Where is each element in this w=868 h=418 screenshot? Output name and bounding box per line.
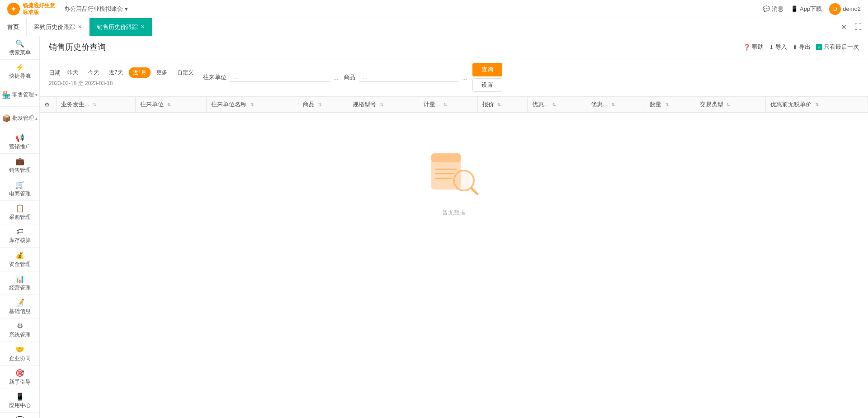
tab-sales-history[interactable]: 销售历史价跟踪 ✕	[90, 18, 152, 36]
sidebar-item-new-guide[interactable]: 🎯 新手引导	[0, 366, 39, 389]
th-discount1[interactable]: 优惠... ⇅	[528, 97, 586, 113]
app-download-btn[interactable]: 📱 App下载	[791, 5, 822, 13]
message-btn[interactable]: 💬 消息	[763, 5, 783, 13]
sidebar-item-purchase-mgmt[interactable]: 📋 采购管理	[0, 201, 39, 224]
th-pretax-price[interactable]: 优惠前无税单价 ⇅	[766, 97, 868, 113]
page-title: 销售历史价查询	[49, 42, 106, 52]
app-selector[interactable]: 办公用品行业模拟账套 ▾	[64, 5, 128, 13]
top-bar-left: ✦ 畅捷通好生意 标准版 办公用品行业模拟账套 ▾	[7, 2, 128, 15]
sort-arrows-quoted-price: ⇅	[497, 102, 501, 107]
svg-rect-1	[431, 153, 461, 162]
sidebar-item-operations-mgmt[interactable]: 📊 经营管理	[0, 271, 39, 295]
collab-icon: 🤝	[15, 345, 24, 354]
empty-state: 暂无数据	[40, 113, 868, 253]
th-quantity[interactable]: 数量 ⇅	[645, 97, 695, 113]
sidebar-item-basic-info[interactable]: 📝 基础信息	[0, 295, 39, 318]
tab-purchase-history[interactable]: 采购历史价跟踪 ✕	[27, 18, 90, 36]
sidebar-item-sales-mgmt[interactable]: 💼 销售管理	[0, 154, 39, 177]
user-menu[interactable]: D demo2	[829, 3, 861, 15]
sort-arrows-discount1: ⇅	[552, 102, 556, 107]
marketing-icon: 📢	[15, 133, 24, 142]
app-center-icon: 📱	[15, 392, 24, 401]
checkbox-checked-icon: ✓	[816, 44, 822, 50]
sort-arrows-pretax-price: ⇅	[815, 102, 819, 107]
th-settings: ⚙	[40, 97, 56, 113]
finance-icon: 💰	[15, 251, 24, 260]
sort-arrows-spec: ⇅	[380, 102, 383, 107]
sidebar-item-system-mgmt[interactable]: ⚙ 系统管理	[0, 318, 39, 342]
header-row: ⚙ 业务发生... ⇅ 往来单位 ⇅ 往来单位名称 ⇅	[40, 97, 868, 113]
export-btn[interactable]: ⬆ 导出	[793, 43, 811, 51]
goods-input[interactable]	[359, 73, 458, 82]
goods-label: 商品	[344, 73, 355, 81]
sidebar-item-wholesale-mgmt[interactable]: 📦 批发管理 ▴	[0, 107, 39, 130]
wholesale-icon: 📦	[2, 114, 11, 123]
th-partner-name[interactable]: 往来单位名称 ⇅	[206, 97, 298, 113]
settings-button[interactable]: 设置	[472, 78, 502, 92]
sidebar-item-guide-label: 新手引导	[9, 379, 31, 386]
filter-area: 日期 昨天 今天 近7天 近1月 更多 自定义 2023-02-18 至 202…	[40, 58, 868, 97]
date-btn-group: 昨天 今天 近7天 近1月 更多 自定义	[63, 67, 198, 78]
date-btn-more[interactable]: 更多	[152, 67, 171, 78]
sidebar-item-finance-mgmt[interactable]: 💰 资金管理	[0, 248, 39, 271]
th-unit[interactable]: 计量... ⇅	[419, 97, 477, 113]
partner-input[interactable]	[230, 73, 330, 82]
settings-icon[interactable]: ⚙	[44, 101, 50, 108]
avatar: D	[829, 3, 841, 15]
help-btn[interactable]: ❓ 帮助	[743, 43, 764, 51]
main-layout: 🔍 搜索菜单 ⚡ 快捷导航 🏪 零售管理 ▾ 📦 批发管理 ▴ 📢 营销推广 💼…	[0, 36, 868, 418]
sidebar-item-quick-nav[interactable]: ⚡ 快捷导航	[0, 60, 39, 83]
search-button[interactable]: 查询	[472, 63, 502, 76]
sidebar-item-ecommerce-mgmt[interactable]: 🛒 电商管理	[0, 177, 39, 201]
sidebar: 🔍 搜索菜单 ⚡ 快捷导航 🏪 零售管理 ▾ 📦 批发管理 ▴ 📢 营销推广 💼…	[0, 36, 40, 418]
sidebar-item-enterprise-wechat[interactable]: 💬 企业微信	[0, 413, 39, 418]
th-goods[interactable]: 商品 ⇅	[298, 97, 348, 113]
th-quoted-price[interactable]: 报价 ⇅	[477, 97, 528, 113]
th-trade-type[interactable]: 交易类型 ⇅	[695, 97, 766, 113]
th-partner-code[interactable]: 往来单位 ⇅	[136, 97, 207, 113]
quick-nav-icon: ⚡	[15, 63, 24, 71]
retail-icon: 🏪	[2, 90, 11, 99]
mobile-icon: 📱	[791, 5, 798, 12]
sort-arrows-partner-name: ⇅	[250, 102, 254, 107]
sidebar-item-marketing-promo[interactable]: 📢 营销推广	[0, 130, 39, 154]
empty-illustration	[427, 149, 481, 203]
inventory-icon: 🏷	[16, 228, 24, 236]
date-btn-yesterday[interactable]: 昨天	[63, 67, 82, 78]
sidebar-item-operations-label: 经营管理	[9, 285, 31, 292]
tab-home-label: 首页	[7, 23, 19, 31]
tab-sales-history-close[interactable]: ✕	[141, 24, 145, 30]
th-discount2[interactable]: 优惠... ⇅	[586, 97, 645, 113]
only-last-checkbox[interactable]: ✓ 只看最后一次	[816, 43, 859, 51]
sort-arrows-unit: ⇅	[443, 102, 447, 107]
date-btn-custom[interactable]: 自定义	[173, 67, 198, 78]
sidebar-item-collab-label: 企业协同	[9, 355, 31, 362]
help-icon: ❓	[743, 44, 750, 51]
close-tab-btn[interactable]: ✕	[837, 21, 850, 33]
operations-icon: 📊	[15, 275, 24, 283]
logo-icon: ✦	[7, 3, 20, 15]
sidebar-item-inventory[interactable]: 🏷 库存核算	[0, 224, 39, 248]
tab-bar-actions: ✕ ⛶	[837, 21, 868, 33]
tab-home[interactable]: 首页	[0, 18, 27, 36]
filter-buttons: 查询 设置	[472, 63, 502, 92]
maximize-btn[interactable]: ⛶	[852, 21, 864, 33]
th-spec[interactable]: 规格型号 ⇅	[348, 97, 419, 113]
sidebar-item-retail-mgmt[interactable]: 🏪 零售管理 ▾	[0, 83, 39, 107]
partner-label: 往来单位	[203, 73, 226, 81]
empty-text: 暂无数据	[442, 209, 466, 217]
partner-dots: ...	[333, 74, 338, 81]
sidebar-item-search-menu[interactable]: 🔍 搜索菜单	[0, 36, 39, 60]
wechat-icon: 💬	[15, 416, 24, 418]
date-btn-today[interactable]: 今天	[84, 67, 103, 78]
th-biz-date[interactable]: 业务发生... ⇅	[56, 97, 136, 113]
sidebar-item-basic-info-label: 基础信息	[9, 308, 31, 315]
date-btn-7days[interactable]: 近7天	[105, 67, 127, 78]
tab-purchase-history-close[interactable]: ✕	[78, 24, 82, 30]
partner-filter: 往来单位 ...	[203, 73, 338, 82]
sidebar-item-app-center[interactable]: 📱 应用中心	[0, 389, 39, 413]
tab-sales-history-label: 销售历史价跟踪	[97, 23, 138, 31]
import-btn[interactable]: ⬇ 导入	[769, 43, 787, 51]
date-btn-1month[interactable]: 近1月	[129, 67, 151, 78]
sidebar-item-enterprise-collab[interactable]: 🤝 企业协同	[0, 342, 39, 366]
